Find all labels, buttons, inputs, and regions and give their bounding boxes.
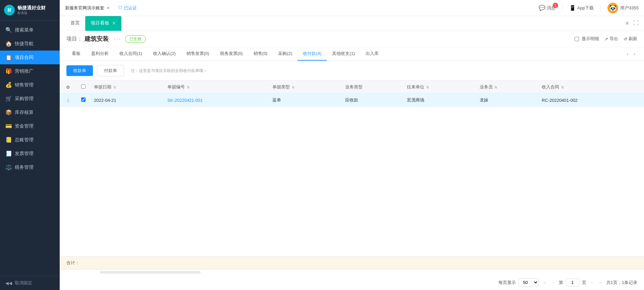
settings-col-header[interactable]: ⚙	[60, 81, 76, 94]
user-menu[interactable]: 🐼 用户3355	[607, 3, 639, 13]
app-title: 畅捷通好业财	[17, 5, 46, 11]
close-window-button[interactable]: ✕	[625, 20, 629, 26]
app-subtitle: 标准版	[17, 11, 46, 15]
sub-tab-sales[interactable]: 销售(0)	[248, 47, 273, 61]
sidebar-item-search[interactable]: 🔍搜索菜单	[0, 23, 60, 37]
table-footer: 合计： 每页显示 50 100 200 « ‹ 第 页 › » 共1页，1条记录	[60, 256, 644, 290]
export-icon: ↗	[604, 37, 608, 42]
sidebar-item-invoice[interactable]: 🧾发票管理	[0, 147, 60, 160]
row-income-contract: RC-20220401-002	[538, 94, 644, 107]
salesperson-col-header[interactable]: 业务员 ⇅	[476, 81, 538, 94]
sidebar-item-label: 总账管理	[15, 137, 34, 143]
sidebar-item-purchase[interactable]: 🛒采购管理	[0, 92, 60, 105]
tab-project-board[interactable]: 项目看板 ✕	[85, 16, 121, 31]
app-download-button[interactable]: 📱 App下载	[569, 5, 594, 11]
sidebar-item-label: 采购管理	[15, 96, 34, 102]
show-detail-input[interactable]	[575, 37, 579, 41]
income-contract-col-label: 收入合同	[542, 84, 559, 89]
sidebar-item-marketing[interactable]: 🎁营销推广	[0, 64, 60, 78]
topbar-right: 💬 消息 1 📱 App下载 🐼 用户3355	[539, 3, 639, 13]
export-button[interactable]: ↗ 导出	[604, 36, 618, 42]
payment-button[interactable]: 付款单	[97, 65, 124, 76]
refresh-button[interactable]: ↺ 刷新	[624, 36, 637, 42]
more-options-button[interactable]: ···	[114, 35, 121, 43]
maximize-window-button[interactable]: ⛶	[633, 20, 639, 26]
tab-close-icon[interactable]: ✕	[112, 20, 116, 26]
app-logo: 财	[4, 5, 15, 15]
date-sort-icon: ⇅	[113, 85, 116, 89]
sub-tab-sales-invoice[interactable]: 销售发票(0)	[181, 47, 215, 61]
header-actions: 显示明细 ↗ 导出 ↺ 刷新	[575, 36, 637, 42]
sidebar-item-quick-nav[interactable]: 🏠快捷导航	[0, 37, 60, 51]
sub-tab-income-contract[interactable]: 收入合同(1)	[114, 47, 148, 61]
prev-page-button[interactable]: ‹	[551, 279, 556, 286]
sidebar-item-sales[interactable]: 💰销售管理	[0, 78, 60, 92]
biz-type-col-label: 业务类型	[345, 84, 363, 89]
sidebar-item-ledger[interactable]: 📒总账管理	[0, 133, 60, 147]
scrollbar-row	[60, 270, 644, 275]
message-icon: 💬	[539, 5, 545, 11]
date-col-label: 单据日期	[94, 84, 111, 89]
sub-tab-purchase[interactable]: 采购(2)	[273, 47, 298, 61]
table-header-row: ⚙ 单据日期 ⇅ 单据编号 ⇅	[60, 81, 644, 94]
account-selector[interactable]: 新服务官网演示账套 ▼	[65, 5, 110, 11]
per-page-select[interactable]: 50 100 200	[519, 278, 539, 287]
sub-tab-receipt[interactable]: 收付款(4)	[298, 47, 327, 61]
show-detail-label: 显示明细	[582, 36, 599, 42]
refresh-icon: ↺	[624, 37, 627, 42]
date-col-header[interactable]: 单据日期 ⇅	[90, 81, 163, 94]
panel-buttons: 收款单 付款单 注：这里是与项目关联的全部收付款单哦～	[60, 61, 644, 80]
sub-tab-in-out[interactable]: 出入库	[360, 47, 384, 61]
row-number-link[interactable]: SK-20220421-001	[167, 98, 203, 103]
number-col-header[interactable]: 单据编号 ⇅	[163, 81, 268, 94]
purchase-nav-icon: 🛒	[5, 95, 11, 102]
row-checkbox[interactable]	[76, 94, 90, 107]
sub-tab-board[interactable]: 看板	[66, 47, 86, 61]
next-page-button[interactable]: ›	[589, 279, 594, 286]
inventory-nav-icon: 📦	[5, 109, 11, 116]
checkbox-col-header[interactable]	[76, 81, 90, 94]
topbar-left: 新服务官网演示账套 ▼ 🛡 已认证	[65, 5, 539, 11]
message-badge: 1	[553, 3, 558, 8]
phone-icon: 📱	[569, 5, 576, 11]
type-col-label: 单据类型	[272, 84, 290, 89]
table-row[interactable]: 1 2022-04-21 SK-20220421-001 蓝单 应收款 宏茂商场…	[60, 94, 644, 107]
sidebar-item-tax[interactable]: ⚖️税务管理	[0, 160, 60, 174]
row-biz-type: 应收款	[341, 94, 403, 107]
table-container: ⚙ 单据日期 ⇅ 单据编号 ⇅	[60, 80, 644, 256]
sub-tab-other-expense[interactable]: 其他收支(1)	[327, 47, 360, 61]
sub-tab-tax-invoice[interactable]: 税务发票(0)	[215, 47, 248, 61]
partner-col-label: 往来单位	[407, 84, 424, 89]
chevron-down-icon: ▼	[106, 6, 110, 10]
sidebar-item-project-contract[interactable]: 📋项目合同	[0, 51, 60, 64]
shield-icon: 🛡	[118, 5, 122, 10]
first-page-button[interactable]: «	[541, 279, 548, 286]
sidebar-cancel-pin[interactable]: ◀◀ 取消固定	[0, 276, 60, 290]
tab-home-label: 首页	[70, 20, 80, 26]
partner-col-header[interactable]: 往来单位 ⇅	[403, 81, 476, 94]
receipt-button[interactable]: 收款单	[66, 65, 93, 76]
sub-tab-next-button[interactable]: ›	[632, 50, 637, 58]
finance-nav-icon: 💳	[5, 123, 11, 129]
sub-tab-income-confirm[interactable]: 收入确认(2)	[148, 47, 181, 61]
topbar: 新服务官网演示账套 ▼ 🛡 已认证 💬 消息 1 📱 App下载 🐼 用	[60, 0, 644, 16]
sub-tabs: 看板盈利分析收入合同(1)收入确认(2)销售发票(0)税务发票(0)销售(0)采…	[60, 47, 644, 61]
page-input[interactable]	[566, 279, 579, 286]
fake-scrollbar[interactable]	[100, 271, 201, 274]
total-label: 合计：	[66, 260, 79, 265]
quick-nav-nav-icon: 🏠	[5, 41, 11, 47]
show-detail-checkbox[interactable]: 显示明细	[575, 36, 599, 42]
total-row: 合计：	[60, 257, 644, 270]
sidebar-item-inventory[interactable]: 📦库存核算	[0, 105, 60, 119]
sidebar-nav: 🔍搜索菜单🏠快捷导航📋项目合同🎁营销推广💰销售管理🛒采购管理📦库存核算💳资金管理…	[0, 20, 60, 276]
sub-tab-prev-button[interactable]: ‹	[625, 50, 631, 58]
sidebar-item-finance[interactable]: 💳资金管理	[0, 119, 60, 133]
type-col-header[interactable]: 单据类型 ⇅	[268, 81, 341, 94]
tab-home[interactable]: 首页	[65, 16, 85, 31]
last-page-button[interactable]: »	[597, 279, 603, 286]
income-contract-col-header[interactable]: 收入合同 ⇅	[538, 81, 644, 94]
message-button[interactable]: 💬 消息 1	[539, 5, 555, 11]
sub-tab-profit[interactable]: 盈利分析	[86, 47, 114, 61]
select-all-checkbox[interactable]	[81, 84, 86, 89]
settings-icon[interactable]: ⚙	[66, 85, 70, 90]
